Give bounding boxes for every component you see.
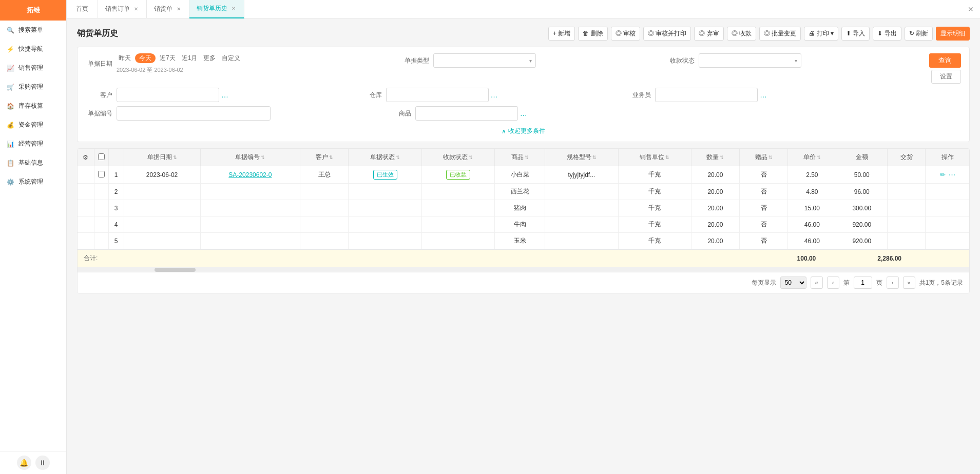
salesperson-label: 业务员 xyxy=(624,91,655,100)
salesperson-input[interactable] xyxy=(655,88,758,102)
col-gift[interactable]: 赠品⇅ xyxy=(740,149,788,166)
tab-home[interactable]: 首页 xyxy=(67,0,98,18)
more-icon[interactable]: ⋯ xyxy=(949,171,955,179)
tab-sales-order-close[interactable]: ✕ xyxy=(133,5,139,13)
goods-filter-group: 商品 … xyxy=(374,106,673,121)
next-page-btn[interactable]: › xyxy=(887,276,899,289)
audit-print-button[interactable]: ◎ 审核并打印 xyxy=(643,27,691,41)
sidebar-item-sales-mgmt[interactable]: 📈 销售管理 xyxy=(0,58,66,77)
date-shortcut-today[interactable]: 今天 xyxy=(135,53,156,63)
row-customer xyxy=(300,233,349,249)
sidebar-item-ops-mgmt[interactable]: 📊 经营管理 xyxy=(0,134,66,153)
customer-input[interactable] xyxy=(117,88,219,102)
sort-icon-doc-no: ⇅ xyxy=(261,155,265,160)
goods-dots[interactable]: … xyxy=(520,109,527,117)
warehouse-dots[interactable]: … xyxy=(491,91,498,99)
date-shortcut-7days[interactable]: 近7天 xyxy=(158,53,178,63)
date-filter-group: 昨天 今天 近7天 近1月 更多 自定义 2023-06-02 至 2023-0… xyxy=(117,53,392,74)
col-doc-no[interactable]: 单据编号⇅ xyxy=(200,149,300,166)
doc-no-input[interactable] xyxy=(117,106,271,121)
collapse-link[interactable]: ∧ 收起更多条件 xyxy=(86,125,961,135)
row-amount: 920.00 xyxy=(836,233,888,249)
pause-btn[interactable]: ⏸ xyxy=(35,456,50,470)
date-shortcut-yesterday[interactable]: 昨天 xyxy=(117,53,133,63)
set-button[interactable]: 设置 xyxy=(931,70,961,84)
tab-sales-history[interactable]: 销货单历史 ✕ xyxy=(189,0,244,18)
export-button[interactable]: ⬇ 导出 xyxy=(873,27,901,41)
doc-type-select[interactable] xyxy=(433,53,536,68)
row-checkbox[interactable] xyxy=(98,171,105,177)
row-goods: 小白菜 xyxy=(495,166,545,184)
tab-sales-history-close[interactable]: ✕ xyxy=(230,5,237,12)
col-unit-price[interactable]: 单价⇅ xyxy=(788,149,836,166)
col-doc-status[interactable]: 单据状态⇅ xyxy=(349,149,421,166)
row-doc-no xyxy=(200,233,300,249)
row-unit: 千克 xyxy=(618,233,691,249)
row-doc-status: 已生效 xyxy=(349,166,421,184)
page-input[interactable] xyxy=(854,276,872,289)
notification-btn[interactable]: 🔔 xyxy=(17,456,31,470)
query-button[interactable]: 查询 xyxy=(929,53,961,68)
row-trade xyxy=(888,216,926,233)
row-goods: 玉米 xyxy=(495,233,545,249)
select-all-checkbox[interactable] xyxy=(98,153,105,160)
tab-sales-goods[interactable]: 销货单 ✕ xyxy=(147,0,189,18)
col-unit[interactable]: 销售单位⇅ xyxy=(618,149,691,166)
collect-button[interactable]: ◎ 收款 xyxy=(727,27,756,41)
tab-sales-goods-close[interactable]: ✕ xyxy=(176,5,182,13)
doc-no-link[interactable]: SA-20230602-0 xyxy=(228,171,272,179)
goods-input[interactable] xyxy=(415,106,518,121)
col-spec[interactable]: 规格型号⇅ xyxy=(545,149,618,166)
table-row: 2西兰花千克20.00否4.8096.00 xyxy=(78,184,969,200)
payment-status-select[interactable] xyxy=(699,53,801,68)
sidebar-item-search-menu[interactable]: 🔍 搜索菜单 xyxy=(0,21,66,40)
sidebar-item-system-mgmt[interactable]: ⚙️ 系统管理 xyxy=(0,172,66,191)
date-shortcut-more[interactable]: 更多 xyxy=(201,53,218,63)
batch-change-button[interactable]: ◎ 批量变更 xyxy=(759,27,801,41)
tab-sales-order[interactable]: 销售订单 ✕ xyxy=(98,0,147,18)
col-goods[interactable]: 商品⇅ xyxy=(495,149,545,166)
sidebar-item-finance-mgmt[interactable]: 💰 资金管理 xyxy=(0,115,66,134)
horizontal-scrollbar[interactable] xyxy=(78,267,969,272)
row-gift: 否 xyxy=(740,166,788,184)
per-page-select[interactable]: 50 100 xyxy=(780,276,806,289)
row-trade xyxy=(888,184,926,200)
content-area: 销货单历史 + 新增 🗑 删除 ◎ 审核 ◎ 审核并打印 ◎ 弃审 ◎ 收款 ◎… xyxy=(67,18,980,474)
col-doc-date[interactable]: 单据日期⇅ xyxy=(124,149,200,166)
first-page-btn[interactable]: « xyxy=(811,276,823,289)
import-button[interactable]: ⬆ 导入 xyxy=(841,27,870,41)
page-header: 销货单历史 + 新增 🗑 删除 ◎ 审核 ◎ 审核并打印 ◎ 弃审 ◎ 收款 ◎… xyxy=(77,27,970,41)
col-settings[interactable]: ⚙ xyxy=(78,149,94,166)
toolbar: + 新增 🗑 删除 ◎ 审核 ◎ 审核并打印 ◎ 弃审 ◎ 收款 ◎ 批量变更 … xyxy=(548,27,970,41)
col-qty[interactable]: 数量⇅ xyxy=(691,149,739,166)
audit-button[interactable]: ◎ 审核 xyxy=(611,27,640,41)
footer-total-qty: 100.00 xyxy=(797,255,816,262)
row-customer xyxy=(300,216,349,233)
salesperson-dots[interactable]: … xyxy=(760,91,767,99)
scrollbar-thumb[interactable] xyxy=(155,268,196,272)
customer-dots[interactable]: … xyxy=(221,91,228,99)
tab-sales-order-label: 销售订单 xyxy=(105,5,130,13)
date-shortcut-custom[interactable]: 自定义 xyxy=(220,53,242,63)
new-button[interactable]: + 新增 xyxy=(548,27,575,41)
sidebar-item-basic-info[interactable]: 📋 基础信息 xyxy=(0,153,66,172)
prev-page-btn[interactable]: ‹ xyxy=(827,276,839,289)
last-page-btn[interactable]: » xyxy=(903,276,915,289)
abandon-button[interactable]: ◎ 弃审 xyxy=(694,27,723,41)
warehouse-input[interactable] xyxy=(386,88,489,102)
sidebar-item-purchase-mgmt[interactable]: 🛒 采购管理 xyxy=(0,77,66,96)
doc-type-select-wrap xyxy=(433,53,536,68)
print-button[interactable]: 🖨 打印 ▾ xyxy=(804,27,838,41)
col-customer[interactable]: 客户⇅ xyxy=(300,149,349,166)
sidebar-item-quick-nav[interactable]: ⚡ 快捷导航 xyxy=(0,40,66,58)
date-shortcut-1month[interactable]: 近1月 xyxy=(180,53,200,63)
refresh-button[interactable]: ↻ 刷新 xyxy=(905,27,933,41)
show-detail-button[interactable]: 显示明细 xyxy=(936,27,970,41)
edit-icon[interactable]: ✏ xyxy=(940,171,946,179)
col-payment-status[interactable]: 收款状态⇅ xyxy=(421,149,494,166)
delete-button[interactable]: 🗑 删除 xyxy=(578,27,607,41)
tab-bar-close-all[interactable]: ✕ xyxy=(968,5,980,13)
col-amount-label: 金额 xyxy=(856,153,868,161)
sidebar-item-stock-calc[interactable]: 🏠 库存核算 xyxy=(0,96,66,115)
sort-icon-customer: ⇅ xyxy=(329,155,333,160)
